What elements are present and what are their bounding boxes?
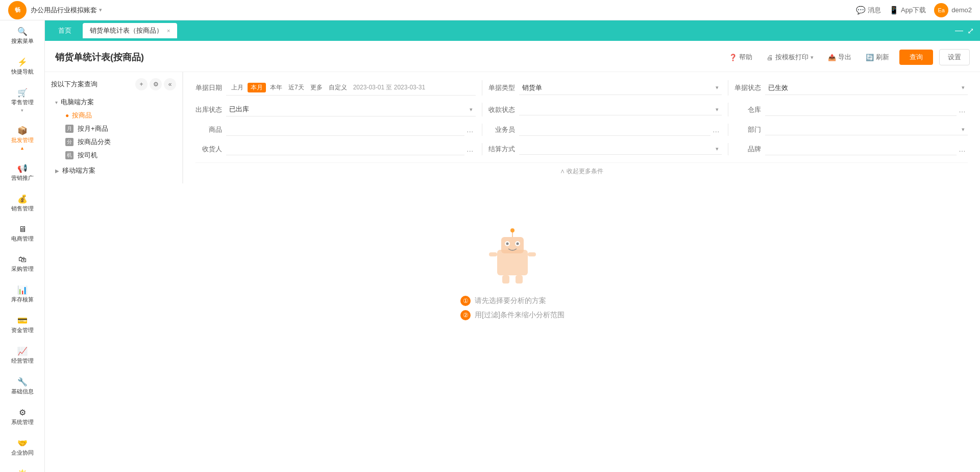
svg-rect-6: [489, 252, 497, 256]
sidebar-item-quick-nav[interactable]: ⚡ 快捷导航: [0, 51, 44, 82]
brand-input[interactable]: [765, 143, 957, 155]
workspace-selector[interactable]: 办公用品行业模拟账套 ▾: [31, 6, 102, 15]
sidebar-item-ecommerce[interactable]: 🖥 电商管理: [0, 219, 44, 249]
search-icon: 🔍: [4, 27, 40, 36]
purchase-icon: 🛍: [4, 255, 40, 264]
date-option-7days[interactable]: 近7天: [286, 82, 306, 93]
app-download-action[interactable]: 📱 App下载: [889, 6, 926, 15]
collapse-panel-button[interactable]: «: [164, 78, 176, 90]
sidebar-item-operations[interactable]: 📈 经营管理: [0, 340, 44, 371]
export-button[interactable]: 📤 导出: [824, 51, 855, 64]
page-header: 销货单统计表(按商品) ❓ 帮助 🖨 按模板打印 ▾ 📤: [45, 41, 980, 72]
tree-selected-icon: ●: [65, 112, 69, 119]
filter-row-3: 商品 … 业务员 … 部: [195, 124, 968, 136]
type-select[interactable]: 销货单 ▾: [519, 81, 722, 95]
print-button[interactable]: 🖨 按模板打印 ▾: [763, 51, 818, 64]
date-option-this-month[interactable]: 本月: [248, 83, 266, 92]
avatar: Ea: [934, 3, 948, 17]
department-select[interactable]: ▾: [765, 124, 968, 135]
sidebar-item-retail[interactable]: 🛒 零售管理 ▾: [0, 82, 44, 120]
warehouse-status-select[interactable]: 已出库 ▾: [226, 103, 476, 116]
status-select[interactable]: 已生效 ▾: [765, 81, 968, 95]
sidebar-item-inventory[interactable]: 📊 库存核算: [0, 279, 44, 310]
top-header: 畅 办公用品行业模拟账套 ▾ 💬 消息 📱 App下载 Ea demo2: [0, 0, 980, 20]
status-value: 已生效: [768, 83, 788, 92]
tab-sales-stat[interactable]: 销货单统计表（按商品） ×: [83, 23, 177, 38]
retail-icon: 🛒: [4, 88, 40, 98]
sidebar-item-newbie[interactable]: 🌟 新手引导: [0, 463, 44, 472]
warehouse-dots[interactable]: …: [957, 106, 968, 114]
tree-arrow-icon: ▾: [55, 100, 58, 105]
user-profile[interactable]: Ea demo2: [934, 3, 972, 17]
sidebar-item-finance[interactable]: 💳 资金管理: [0, 310, 44, 340]
product-dots[interactable]: …: [464, 126, 476, 134]
quick-nav-icon: ⚡: [4, 57, 40, 67]
brand-field: 品牌 …: [734, 143, 968, 155]
tree-item-by-category[interactable]: 分 按商品分类: [61, 135, 176, 149]
query-button[interactable]: 查询: [899, 50, 933, 65]
date-option-this-year[interactable]: 本年: [268, 82, 284, 93]
receiver-dots[interactable]: …: [464, 145, 476, 153]
settings-button[interactable]: 设置: [939, 49, 970, 65]
filter-right-panel: 单据日期 上月 本月 本年 近7天 更多 自定义 2023-03-01 至 20…: [183, 72, 980, 183]
date-option-last-month[interactable]: 上月: [229, 82, 246, 93]
tree-mobile-group[interactable]: ▶ 移动端方案: [51, 164, 176, 177]
date-range-selector[interactable]: 上月 本月 本年 近7天 更多 自定义 2023-03-01 至 2023-03…: [226, 80, 476, 96]
brand-label: 品牌: [734, 145, 765, 154]
tree-item-by-dept[interactable]: 机 按司机: [61, 149, 176, 162]
tree-item-by-month-product[interactable]: 月 按月+商品: [61, 122, 176, 135]
receiver-field: 收货人 …: [195, 143, 476, 155]
sales-icon: 💰: [4, 194, 40, 204]
refresh-icon: 🔄: [866, 54, 874, 61]
warehouse-status-value: 已出库: [229, 105, 249, 114]
brand-dots[interactable]: …: [957, 145, 968, 153]
filter-toolbar: + ⚙ «: [135, 78, 176, 90]
product-field: 商品 …: [195, 124, 476, 136]
payment-method-select[interactable]: ▾: [519, 144, 722, 155]
tree-desktop-group[interactable]: ▾ 电脑端方案: [51, 96, 176, 109]
tab-maximize-icon[interactable]: ⤢: [967, 26, 974, 36]
divider-5: [482, 124, 482, 136]
message-action[interactable]: 💬 消息: [856, 6, 881, 15]
date-range-value: 2023-03-01 至 2023-03-31: [353, 83, 425, 92]
sidebar-item-search[interactable]: 🔍 搜索菜单: [0, 20, 44, 51]
empty-illustration: [482, 224, 543, 286]
payment-field: 收款状态 ▾: [488, 104, 722, 115]
settings-scheme-button[interactable]: ⚙: [150, 78, 162, 90]
payment-arrow-icon: ▾: [716, 106, 719, 113]
sidebar-item-sales[interactable]: 💰 销售管理: [0, 188, 44, 219]
collapse-filter-button[interactable]: ∧ 收起更多条件: [195, 162, 968, 180]
product-input[interactable]: [226, 124, 464, 136]
sidebar-item-basic[interactable]: 🔧 基础信息: [0, 371, 44, 402]
date-option-more[interactable]: 更多: [308, 82, 325, 93]
receiver-input[interactable]: [226, 143, 464, 155]
salesperson-dots[interactable]: …: [710, 126, 722, 134]
svg-rect-0: [497, 250, 528, 275]
date-option-custom[interactable]: 自定义: [327, 82, 349, 93]
refresh-button[interactable]: 🔄 刷新: [862, 51, 893, 64]
sidebar-item-system[interactable]: ⚙ 系统管理: [0, 402, 44, 432]
date-label: 单据日期: [195, 83, 226, 92]
department-field: 部门 ▾: [734, 124, 968, 135]
svg-point-4: [506, 243, 509, 245]
help-button[interactable]: ❓ 帮助: [725, 51, 756, 64]
header-right: 💬 消息 📱 App下载 Ea demo2: [856, 3, 972, 17]
tab-close-icon[interactable]: ×: [167, 28, 170, 34]
salesperson-input[interactable]: [519, 124, 710, 136]
sidebar-item-wholesale[interactable]: 📦 批发管理 ▲: [0, 120, 44, 157]
svg-point-5: [517, 243, 519, 245]
sidebar-item-marketing[interactable]: 📢 营销推广: [0, 157, 44, 188]
payment-select[interactable]: ▾: [519, 104, 722, 115]
warehouse-field: 仓库 …: [734, 104, 968, 116]
tab-minimize-icon[interactable]: —: [955, 26, 963, 35]
date-field: 单据日期 上月 本月 本年 近7天 更多 自定义 2023-03-01 至 20…: [195, 80, 476, 96]
add-scheme-button[interactable]: +: [135, 78, 148, 90]
sidebar-item-purchase[interactable]: 🛍 采购管理: [0, 249, 44, 279]
sidebar-item-enterprise[interactable]: 🤝 企业协同: [0, 432, 44, 463]
receiver-label: 收货人: [195, 145, 226, 154]
tree-item-by-product[interactable]: ● 按商品: [61, 109, 176, 122]
warehouse-input[interactable]: [765, 104, 957, 116]
tab-home[interactable]: 首页: [51, 23, 79, 38]
tree-mobile-arrow-icon: ▶: [55, 168, 59, 174]
sidebar: 🔍 搜索菜单 ⚡ 快捷导航 🛒 零售管理 ▾ 📦 批发管理 ▲ 📢 营销推广: [0, 20, 45, 472]
